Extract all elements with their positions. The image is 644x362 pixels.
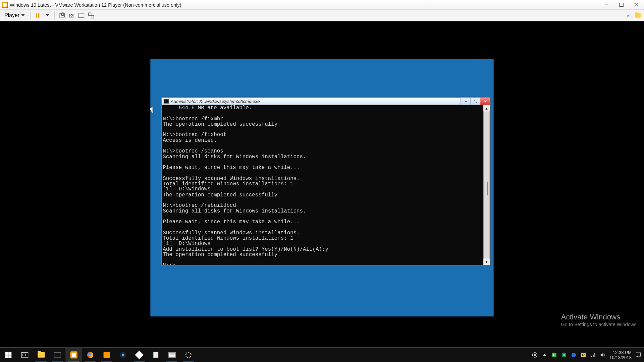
- clock-time: 12:38 PM: [609, 350, 632, 355]
- svg-rect-12: [593, 355, 594, 357]
- power-menu-button[interactable]: [44, 12, 51, 19]
- vmware-toolbar: Player «: [0, 10, 644, 21]
- taskbar-notepad[interactable]: [147, 347, 164, 362]
- pause-vm-button[interactable]: [34, 12, 41, 19]
- cmd-minimize-button[interactable]: ━: [461, 98, 470, 105]
- svg-point-7: [71, 14, 72, 16]
- taskbar-terminal[interactable]: [49, 347, 65, 362]
- cmd-icon: [164, 99, 169, 103]
- unity-button[interactable]: [88, 12, 95, 19]
- cmd-window: Administrator: X:\windows\system32\cmd.e…: [161, 97, 490, 266]
- taskbar-file-explorer[interactable]: [33, 347, 49, 362]
- cmd-scrollbar[interactable]: ▲ ▼: [483, 105, 489, 265]
- scroll-up-button[interactable]: ▲: [483, 105, 489, 111]
- clock-date: 10/13/2018: [609, 355, 632, 360]
- taskbar-sublime[interactable]: [98, 347, 115, 362]
- tray-dropbox-icon[interactable]: [571, 352, 577, 358]
- action-center-button[interactable]: [635, 352, 641, 358]
- volume-icon[interactable]: [600, 352, 606, 358]
- task-view-button[interactable]: [16, 347, 33, 362]
- svg-rect-10: [91, 15, 94, 18]
- windows-taskbar: H H R 12:38 PM 10/13/2018: [0, 347, 644, 362]
- svg-rect-1: [620, 3, 623, 7]
- start-button[interactable]: [0, 347, 16, 362]
- taskbar-vmware-player[interactable]: [65, 347, 82, 362]
- snapshot-button[interactable]: [68, 12, 75, 19]
- send-ctrl-alt-del-button[interactable]: [58, 12, 65, 19]
- watermark-subtitle: Go to Settings to activate Windows.: [561, 322, 638, 327]
- scroll-down-button[interactable]: ▼: [483, 258, 489, 264]
- taskbar-gitkraken[interactable]: [131, 347, 147, 362]
- taskbar-settings[interactable]: [180, 347, 197, 362]
- svg-rect-8: [79, 13, 84, 17]
- player-menu-label: Player: [4, 12, 19, 18]
- cmd-titlebar[interactable]: Administrator: X:\windows\system32\cmd.e…: [162, 98, 490, 105]
- activate-windows-watermark: Activate Windows Go to Settings to activ…: [561, 313, 638, 327]
- tray-razer-icon[interactable]: R: [580, 352, 586, 358]
- manage-button[interactable]: [634, 12, 641, 19]
- cmd-maximize-button[interactable]: ▢: [470, 98, 480, 105]
- people-icon[interactable]: [532, 352, 538, 358]
- network-icon[interactable]: [590, 352, 596, 358]
- mouse-cursor-icon: [151, 107, 155, 114]
- svg-rect-11: [591, 356, 592, 357]
- svg-rect-5: [61, 13, 64, 15]
- host-close-button[interactable]: [629, 0, 644, 9]
- player-menu-button[interactable]: Player: [3, 11, 26, 19]
- tray-app-green1-icon[interactable]: H: [551, 352, 557, 358]
- host-maximize-button[interactable]: [614, 0, 629, 9]
- svg-marker-14: [601, 353, 603, 357]
- taskbar-mail[interactable]: [164, 347, 180, 362]
- dropdown-indicator-icon: [21, 14, 25, 16]
- svg-rect-13: [594, 353, 595, 357]
- host-minimize-button[interactable]: [599, 0, 614, 9]
- vmware-app-icon: [2, 2, 8, 8]
- vmware-title-text: Windows 10 Latest - VMware Workstation 1…: [10, 2, 181, 7]
- svg-marker-16: [637, 356, 638, 358]
- taskbar-clock[interactable]: 12:38 PM 10/13/2018: [609, 350, 632, 360]
- cmd-output[interactable]: 544.6 MB are available. N:\>bootrec /fix…: [162, 105, 484, 265]
- taskbar-firefox[interactable]: [82, 347, 98, 362]
- vm-display-area[interactable]: Administrator: X:\windows\system32\cmd.e…: [0, 21, 644, 347]
- svg-rect-15: [636, 353, 640, 356]
- tray-app-green2-icon[interactable]: H: [561, 352, 567, 358]
- taskbar-steam[interactable]: [115, 347, 131, 362]
- fullscreen-button[interactable]: [78, 12, 85, 19]
- collapse-toolbar-button[interactable]: «: [625, 12, 632, 19]
- system-tray: H H R 12:38 PM 10/13/2018: [532, 347, 644, 362]
- cmd-title-text: Administrator: X:\windows\system32\cmd.e…: [171, 99, 260, 104]
- svg-rect-9: [89, 13, 91, 15]
- cmd-close-button[interactable]: ✕: [480, 98, 490, 105]
- tray-overflow-button[interactable]: [541, 352, 547, 358]
- scroll-thumb[interactable]: [487, 182, 488, 195]
- vmware-titlebar: Windows 10 Latest - VMware Workstation 1…: [0, 0, 644, 10]
- watermark-title: Activate Windows: [561, 313, 638, 322]
